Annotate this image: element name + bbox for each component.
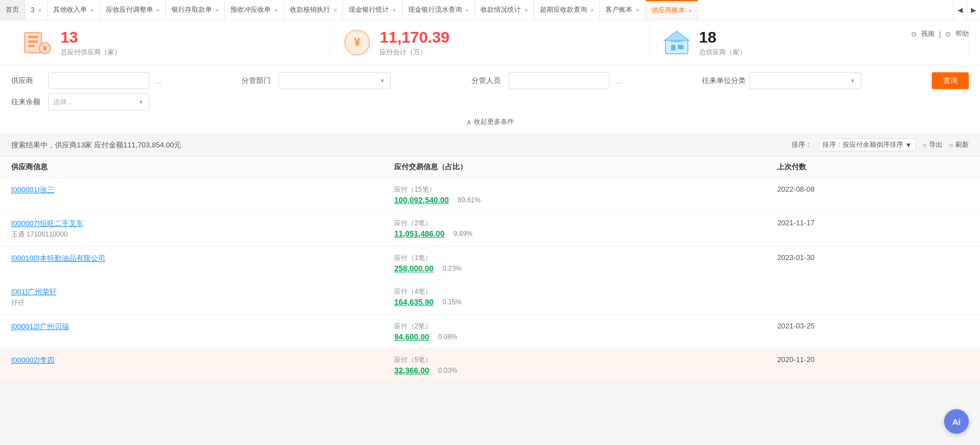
supplier-link[interactable]: [000012]广州贝瑞 (11, 322, 69, 331)
trans-amount[interactable]: 258,000.00 (394, 264, 433, 273)
nav-tab-payment-exec-label: 收款核销执行 (290, 5, 330, 15)
last-pay-date: 2022-08-08 (777, 185, 815, 193)
trans-label: 应付（15笔） (394, 185, 777, 194)
close-icon[interactable]: × (465, 7, 469, 13)
collapse-bar[interactable]: ∧ 收起更多条件 (11, 115, 969, 129)
trans-pct: 89.61% (458, 196, 481, 204)
table-row: [000001]张三 应付（15笔） 100,092,540.00 89.61%… (0, 178, 980, 212)
export-button[interactable]: ○ 导出 (923, 140, 942, 150)
nav-tab-cash-flow-query[interactable]: 现金银行流水查询 × (403, 0, 475, 20)
trans-pct: 0.03% (438, 367, 457, 374)
trans-info-cell: 应付（2笔） 11,051,486.00 9.89% (394, 219, 777, 238)
supplier-input[interactable] (48, 72, 149, 89)
sort-select[interactable]: 排序：按应付余额倒序排序 ▼ (819, 138, 916, 151)
table-header: 供应商信息 应付交易信息（占比） 上次付数 (0, 156, 980, 178)
nav-tab-3-label: 3 (31, 6, 35, 14)
nav-tab-supplier-account-label: 供应商账本 (651, 6, 685, 15)
nav-tab-3[interactable]: 3 × (25, 0, 48, 20)
stat-label-payable-suppliers: 总应付供应商（家） (61, 48, 121, 57)
nav-tab-overdue-query[interactable]: 超期应收款查询 × (534, 0, 600, 20)
stat-number-payable-suppliers: 13 (61, 28, 121, 47)
category-select[interactable]: ▼ (749, 72, 861, 89)
nav-right-arrow[interactable]: ▶ (967, 0, 980, 20)
person-input[interactable] (509, 72, 609, 89)
filter-row-1: 供应商 ... 分管部门 ▼ 分管人员 ... 往来单位分类 ▼ 查询 (11, 72, 969, 89)
stat-number-payable-amount: 11,170.39 (380, 28, 450, 47)
stat-block-payable-amount: ¥ 11,170.39 应付合计（万） (330, 27, 649, 58)
dept-select[interactable]: ▼ (279, 72, 391, 89)
nav-tab-collection-stat[interactable]: 收款情况统计 × (475, 0, 534, 20)
col-header-trans: 应付交易信息（占比） (394, 162, 777, 172)
circle-icon: ⊙ (945, 30, 951, 38)
nav-tab-advance-collection-label: 预收冲应收单 (230, 5, 271, 15)
close-icon[interactable]: × (590, 7, 594, 13)
stat-number-total-suppliers: 18 (699, 28, 746, 47)
table-row: [001]广州荣轩 仔仔 应付（4笔） 164,635.90 0.15% (0, 280, 980, 315)
close-icon[interactable]: × (334, 7, 337, 13)
balance-filter-label: 往来余额 (11, 97, 45, 107)
close-icon[interactable]: × (688, 7, 692, 14)
last-pay-cell: 2020-11-20 (777, 355, 969, 364)
close-icon[interactable]: × (524, 7, 528, 13)
pipe-divider: | (939, 30, 941, 38)
top-right-links: ⊙ 视频 | ⊙ 帮助 (911, 29, 969, 39)
supplier-link[interactable]: [000001]张三 (11, 186, 54, 194)
trans-pct: 0.08% (438, 333, 457, 341)
trans-amount[interactable]: 94,600.00 (394, 332, 429, 341)
close-icon[interactable]: × (90, 7, 94, 13)
supplier-link[interactable]: [000007]恒旺二手叉车 (11, 219, 84, 228)
trans-amount[interactable]: 100,092,540.00 (394, 196, 449, 205)
data-table: 供应商信息 应付交易信息（占比） 上次付数 [000001]张三 应付（15笔）… (0, 156, 980, 382)
last-pay-date: 2020-11-20 (777, 355, 815, 364)
stat-info-payable-amount: 11,170.39 应付合计（万） (380, 28, 450, 58)
trans-row: 164,635.90 0.15% (394, 298, 777, 307)
nav-tab-home[interactable]: 首页 (0, 0, 25, 20)
nav-tab-payment-exec[interactable]: 收款核销执行 × (284, 0, 343, 20)
trans-info-cell: 应付（4笔） 164,635.90 0.15% (394, 287, 777, 307)
search-button[interactable]: 查询 (932, 72, 969, 89)
close-icon[interactable]: × (392, 7, 396, 13)
chevron-down-icon: ▼ (850, 77, 856, 84)
nav-tab-supplier-account[interactable]: 供应商账本 × (646, 0, 698, 20)
trans-pct: 0.15% (442, 298, 461, 306)
chevron-down-icon: ▼ (138, 99, 144, 105)
nav-tab-other-income[interactable]: 其他收入单 × (48, 0, 100, 20)
sort-label: 排序： (792, 140, 812, 150)
close-icon[interactable]: × (274, 7, 278, 13)
nav-tab-customer-account[interactable]: 客户账本 × (600, 0, 645, 20)
svg-rect-10 (671, 45, 676, 50)
person-dots-icon[interactable]: ... (615, 76, 622, 85)
svg-rect-11 (678, 45, 683, 49)
close-icon[interactable]: × (215, 7, 219, 13)
table-row: [000002]李四 应付（5笔） 32,366.00 0.03% 2020-1… (0, 349, 980, 382)
balance-select[interactable]: 选择... ▼ (48, 94, 149, 110)
supplier-link[interactable]: [001]广州荣轩 (11, 288, 57, 296)
close-icon[interactable]: × (38, 7, 41, 13)
nav-left-arrow[interactable]: ◀ (953, 0, 967, 20)
trans-amount[interactable]: 11,051,486.00 (394, 229, 445, 238)
nav-tab-advance-collection[interactable]: 预收冲应收单 × (225, 0, 284, 20)
nav-tab-adjustment[interactable]: 应收应付调整单 × (100, 0, 166, 20)
trans-info-cell: 应付（15笔） 100,092,540.00 89.61% (394, 185, 777, 205)
video-link[interactable]: 视频 (921, 29, 935, 39)
help-link[interactable]: 帮助 (955, 29, 969, 39)
trans-label: 应付（1笔） (394, 253, 777, 263)
trans-amount[interactable]: 32,366.00 (394, 366, 429, 375)
close-icon[interactable]: × (156, 7, 160, 13)
nav-tab-cash-bank-stat-label: 现金银行统计 (349, 5, 389, 15)
refresh-label: 刷新 (955, 140, 969, 150)
amount-icon: ¥ (341, 27, 373, 58)
supplier-dots-icon[interactable]: ... (155, 76, 161, 85)
nav-tab-cash-bank-stat[interactable]: 现金银行统计 × (343, 0, 402, 20)
dept-filter-label: 分管部门 (242, 76, 275, 86)
supplier-link[interactable]: [000100]本特勤油品有限公司 (11, 254, 105, 262)
svg-marker-9 (664, 31, 689, 40)
filter-item-category: 往来单位分类 ▼ (702, 72, 923, 89)
refresh-button[interactable]: ○ 刷新 (949, 140, 969, 150)
nav-tab-bank-deposit[interactable]: 银行存取款单 × (166, 0, 225, 20)
nav-tab-collection-stat-label: 收款情况统计 (480, 5, 521, 15)
table-row: [000012]广州贝瑞 应付（2笔） 94,600.00 0.08% 2021… (0, 315, 980, 349)
supplier-link[interactable]: [000002]李四 (11, 356, 54, 364)
close-icon[interactable]: × (636, 7, 639, 13)
trans-amount[interactable]: 164,635.90 (394, 298, 433, 307)
